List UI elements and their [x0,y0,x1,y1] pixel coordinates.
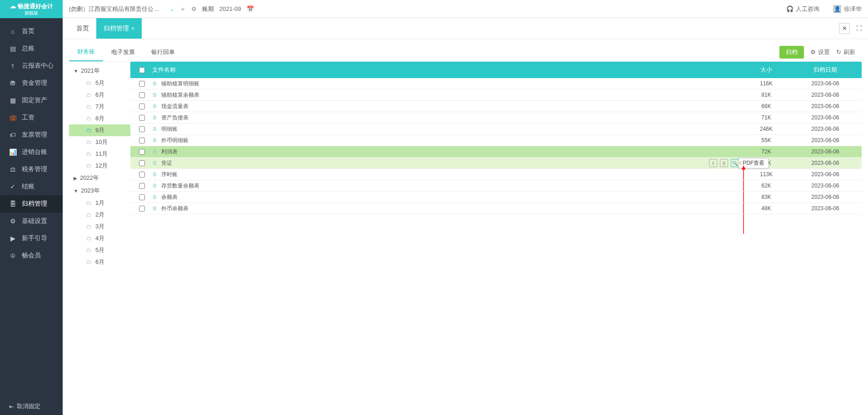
nav-guide[interactable]: ▶新手引导 [0,230,63,247]
nav-closing[interactable]: ✓结账 [0,178,63,195]
table-row[interactable]: 🗎现金流量表66K2023-06-06 [130,101,862,112]
tree-month-12月[interactable]: 🗀12月 [69,160,130,172]
tree-month-5月[interactable]: 🗀5月 [69,244,130,256]
nav-fund-mgmt[interactable]: ⛃资金管理 [0,74,63,92]
row-checkbox[interactable] [139,206,145,212]
tab-首页[interactable]: 首页 [69,18,96,39]
file-name: 外币余额表 [161,205,188,212]
date-tree: ▼2021年🗀5月🗀6月🗀7月🗀8月🗀9月🗀10月🗀11月🗀12月▶2022年▼… [69,62,130,411]
folder-icon: 🗀 [86,127,93,133]
tree-month-6月[interactable]: 🗀6月 [69,256,130,268]
month-label: 6月 [95,258,104,266]
nav-ledger[interactable]: ▤总账 [0,40,63,57]
tree-month-9月[interactable]: 🗀9月 [69,124,130,136]
row-checkbox[interactable] [139,81,145,87]
file-icon: 🗎 [152,137,159,143]
fullscreen-icon[interactable]: ⛶ [853,23,864,34]
file-date: 2023-06-06 [794,114,857,121]
table-row[interactable]: 🗎利润表72K2023-06-06 [130,146,862,158]
nav-home[interactable]: ⌂首页 [0,23,63,40]
add-company-icon[interactable]: ＋ [180,5,186,13]
row-checkbox[interactable] [139,115,145,121]
nav-invoice[interactable]: 🏷发票管理 [0,126,63,143]
refresh-link[interactable]: ↻刷新 [836,48,855,56]
table-row[interactable]: 🗎辅助核算余额表81K2023-06-06 [130,89,862,101]
row-checkbox[interactable] [139,149,145,155]
file-name: 余额表 [161,193,178,201]
table-row[interactable]: 🗎明细账246K2023-06-06 [130,124,862,135]
tree-year-2021年[interactable]: ▼2021年 [69,64,130,77]
tooltip: PDF查看 [739,158,769,168]
nav-inventory[interactable]: 📊进销台账 [0,143,63,161]
select-all-checkbox[interactable] [139,67,145,73]
row-checkbox[interactable] [139,160,145,166]
nav-fixed-assets[interactable]: ▦固定资产 [0,92,63,109]
nav-archive[interactable]: 🗄归档管理 [0,195,63,212]
settings-link[interactable]: ⚙设置 [810,48,830,56]
file-name: 利润表 [161,148,178,156]
tree-month-5月[interactable]: 🗀5月 [69,77,130,89]
close-panel-button[interactable]: ✕ [839,23,850,34]
table-row[interactable]: 🗎外币明细账55K2023-06-06 [130,135,862,146]
tree-month-10月[interactable]: 🗀10月 [69,136,130,148]
table-row[interactable]: 🗎余额表83K2023-06-06 [130,192,862,203]
file-table: 文件名称 大小 归档日期 🗎辅助核算明细账116K2023-06-06🗎辅助核算… [130,62,862,411]
table-row[interactable]: 🗎外币余额表48K2023-06-06 [130,203,862,214]
table-row[interactable]: 🗎存货数量余额表62K2023-06-06 [130,180,862,192]
headset-icon: 🎧 [786,5,794,12]
row-checkbox[interactable] [139,138,145,143]
file-date: 2023-06-06 [794,148,857,155]
tree-month-6月[interactable]: 🗀6月 [69,89,130,101]
nav-salary[interactable]: 💼工资 [0,109,63,126]
folder-icon: 🗀 [86,223,93,230]
subtab-财务账[interactable]: 财务账 [69,43,103,61]
table-row[interactable]: 🗎资产负债表71K2023-06-06 [130,112,862,124]
archive-button[interactable]: 归档 [779,46,804,59]
close-icon[interactable]: × [131,25,134,32]
user-menu[interactable]: 👤 徐泽华 [833,5,862,13]
calendar-icon[interactable]: 📅 [247,5,254,12]
triangle-down-icon: ▼ [74,188,78,193]
guide-icon: ▶ [9,235,16,242]
table-row[interactable]: 🗎辅助核算明细账116K2023-06-06 [130,78,862,89]
row-checkbox[interactable] [139,104,145,109]
file-size: 246K [739,126,794,132]
tree-month-3月[interactable]: 🗀3月 [69,221,130,232]
nav-label: 工资 [22,114,35,122]
pdf-icon[interactable]: ⎙ [720,159,728,167]
tab-归档管理[interactable]: 归档管理× [96,18,142,39]
row-checkbox[interactable] [139,92,145,98]
row-checkbox[interactable] [139,183,145,189]
tree-month-1月[interactable]: 🗀1月 [69,197,130,209]
nav-tax[interactable]: ⚖税务管理 [0,161,63,178]
table-row[interactable]: 🗎凭证53K2023-06-06⇩⎙🔍PDF查看 [130,158,862,169]
subtab-银行回单[interactable]: 银行回单 [143,43,183,61]
row-checkbox[interactable] [139,126,145,132]
row-checkbox[interactable] [139,194,145,200]
tree-year-2022年[interactable]: ▶2022年 [69,172,130,184]
row-checkbox[interactable] [139,172,145,178]
file-size: 71K [739,114,794,121]
period-value[interactable]: 2021-09 [219,5,241,12]
nav-report-center[interactable]: ⫯云报表中心 [0,57,63,74]
nav-settings[interactable]: ⚙基础设置 [0,212,63,230]
company-settings-icon[interactable]: ⚙ [191,5,197,12]
tree-month-7月[interactable]: 🗀7月 [69,101,130,113]
subtab-电子发票[interactable]: 电子发票 [103,43,143,61]
support-link[interactable]: 🎧 人工咨询 [786,5,819,13]
nav-member[interactable]: ♔畅会员 [0,247,63,264]
member-icon: ♔ [9,252,16,259]
tree-month-4月[interactable]: 🗀4月 [69,232,130,244]
table-row[interactable]: 🗎序时账113K2023-06-06 [130,169,862,180]
tree-month-8月[interactable]: 🗀8月 [69,113,130,124]
tree-year-2023年[interactable]: ▼2023年 [69,184,130,197]
company-selector[interactable]: (勿删）江西服宝精品有限责任公司（... [69,5,164,13]
file-date: 2023-06-06 [794,80,857,87]
tree-month-2月[interactable]: 🗀2月 [69,209,130,221]
folder-icon: 🗀 [86,247,93,253]
folder-icon: 🗀 [86,104,93,110]
chevron-down-icon[interactable]: ⌄ [170,6,174,12]
download-icon[interactable]: ⇩ [709,159,717,167]
tree-month-11月[interactable]: 🗀11月 [69,148,130,160]
pin-toggle[interactable]: ⇤ 取消固定 [0,398,63,415]
